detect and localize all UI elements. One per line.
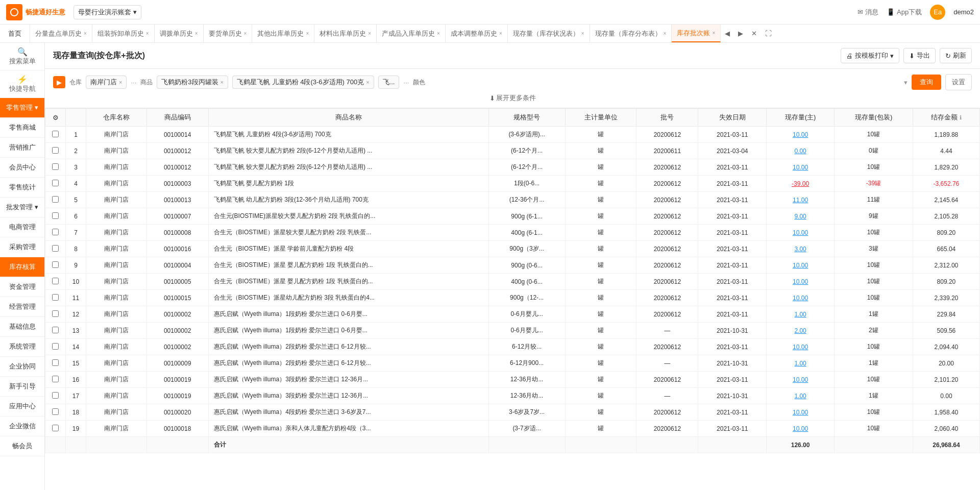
- app-download-btn[interactable]: 📱 App下载: [887, 8, 922, 17]
- product-tag-1-remove[interactable]: ×: [220, 79, 224, 85]
- cell-checkbox-11[interactable]: [45, 306, 66, 323]
- cell-checkbox-0[interactable]: [45, 127, 66, 143]
- row-checkbox-17[interactable]: [52, 408, 59, 415]
- row-checkbox-13[interactable]: [52, 343, 59, 350]
- row-checkbox-16[interactable]: [52, 392, 59, 399]
- tab-item-7[interactable]: 成本调整单历史 ×: [446, 24, 508, 42]
- sidebar-item-ecommerce[interactable]: 电商管理: [0, 217, 44, 237]
- cell-checkbox-6[interactable]: [45, 225, 66, 241]
- cell-qty-main-4[interactable]: 11.00: [767, 192, 835, 208]
- cell-qty-main-0[interactable]: 10.00: [767, 127, 835, 143]
- settings-icon[interactable]: ⚙: [53, 114, 59, 121]
- tab-next-btn[interactable]: ▶: [734, 24, 747, 42]
- warehouse-tag-remove[interactable]: ×: [119, 79, 122, 85]
- expand-btn[interactable]: ⬇ 展开更多条件: [489, 93, 536, 103]
- row-checkbox-15[interactable]: [52, 376, 59, 382]
- filter-toggle-btn[interactable]: ▶: [53, 76, 65, 88]
- row-checkbox-2[interactable]: [52, 163, 59, 170]
- cell-checkbox-13[interactable]: [45, 339, 66, 355]
- sidebar-item-inventory[interactable]: 库存核算: [0, 257, 44, 277]
- sidebar-item-retail-stats[interactable]: 零售统计: [0, 178, 44, 198]
- tab-close-9[interactable]: ×: [664, 31, 667, 36]
- row-checkbox-1[interactable]: [52, 147, 59, 154]
- cell-checkbox-15[interactable]: [45, 372, 66, 388]
- cell-qty-main-5[interactable]: 9.00: [767, 208, 835, 225]
- sidebar-search[interactable]: 🔍 搜索菜单: [0, 43, 44, 70]
- tab-item-4[interactable]: 其他出库单历史 ×: [252, 24, 314, 42]
- tab-close-0[interactable]: ×: [84, 31, 87, 36]
- cell-checkbox-7[interactable]: [45, 241, 66, 257]
- product-more-dots[interactable]: ···: [403, 79, 409, 86]
- query-btn[interactable]: 查询: [912, 75, 941, 90]
- tab-item-2[interactable]: 调拨单历史 ×: [155, 24, 204, 42]
- cell-checkbox-17[interactable]: [45, 404, 66, 421]
- tab-item-9[interactable]: 现存量（库存分布表） ×: [590, 24, 672, 42]
- tab-item-6[interactable]: 产成品入库单历史 ×: [377, 24, 446, 42]
- row-checkbox-18[interactable]: [52, 425, 59, 431]
- tab-item-3[interactable]: 要货单历史 ×: [204, 24, 253, 42]
- sidebar-nav[interactable]: ⚡ 快捷导航: [0, 70, 44, 98]
- cell-checkbox-16[interactable]: [45, 388, 66, 404]
- cell-qty-main-9[interactable]: 10.00: [767, 274, 835, 290]
- tab-maximize-btn[interactable]: ⛶: [761, 24, 776, 42]
- row-checkbox-7[interactable]: [52, 245, 59, 252]
- sidebar-item-operations[interactable]: 经营管理: [0, 297, 44, 317]
- warehouse-more-dots[interactable]: ···: [131, 79, 136, 86]
- tab-close-1[interactable]: ×: [146, 31, 149, 36]
- row-checkbox-6[interactable]: [52, 229, 59, 235]
- cell-qty-main-13[interactable]: 10.00: [767, 339, 835, 355]
- sidebar-item-system[interactable]: 系统管理: [0, 337, 44, 357]
- warehouse-filter-tag[interactable]: 南岸门店 ×: [86, 76, 127, 89]
- cell-qty-main-6[interactable]: 10.00: [767, 225, 835, 241]
- cell-qty-main-14[interactable]: 1.00: [767, 355, 835, 372]
- settings-btn[interactable]: 设置: [945, 74, 972, 90]
- sidebar-item-enterprise-wechat[interactable]: 企业微信: [0, 416, 44, 436]
- row-checkbox-3[interactable]: [52, 180, 59, 186]
- tab-prev-btn[interactable]: ◀: [721, 24, 734, 42]
- row-checkbox-4[interactable]: [52, 196, 59, 203]
- cell-qty-main-12[interactable]: 2.00: [767, 323, 835, 339]
- tab-close-all-btn[interactable]: ✕: [747, 24, 761, 42]
- row-checkbox-0[interactable]: [52, 131, 59, 137]
- sidebar-item-collab[interactable]: 企业协同: [0, 357, 44, 377]
- sidebar-item-guide[interactable]: 新手引导: [0, 377, 44, 397]
- cell-qty-main-17[interactable]: 10.00: [767, 404, 835, 421]
- tab-item-8[interactable]: 现存量（库存状况表） ×: [508, 24, 590, 42]
- cell-qty-main-1[interactable]: 0.00: [767, 143, 835, 159]
- tab-item-0[interactable]: 分量盘点单历史 ×: [30, 24, 92, 42]
- sidebar-item-basic-info[interactable]: 基础信息: [0, 317, 44, 337]
- message-btn[interactable]: ✉ 消息: [857, 8, 878, 17]
- sidebar-item-vip[interactable]: 畅会员: [0, 436, 44, 456]
- sidebar-item-wholesale[interactable]: 批发管理 ▾: [0, 198, 44, 217]
- sidebar-item-finance[interactable]: 资金管理: [0, 277, 44, 297]
- cell-checkbox-5[interactable]: [45, 208, 66, 225]
- cell-checkbox-14[interactable]: [45, 355, 66, 372]
- cell-checkbox-8[interactable]: [45, 257, 66, 274]
- info-icon[interactable]: ℹ: [960, 114, 962, 120]
- cell-qty-main-2[interactable]: 10.00: [767, 159, 835, 176]
- cell-checkbox-2[interactable]: [45, 159, 66, 176]
- export-btn[interactable]: ⬇ 导出: [903, 48, 936, 63]
- tab-home[interactable]: 首页: [0, 24, 30, 42]
- row-checkbox-5[interactable]: [52, 212, 59, 219]
- sidebar-item-purchase[interactable]: 采购管理: [0, 237, 44, 257]
- product-filter-tag-2[interactable]: 飞鹤星飞帆 儿童奶粉 4段(3-6岁适用) 700克 ×: [232, 76, 374, 89]
- sidebar-item-members[interactable]: 会员中心: [0, 158, 44, 178]
- cell-checkbox-10[interactable]: [45, 290, 66, 306]
- row-checkbox-12[interactable]: [52, 327, 59, 333]
- cell-checkbox-1[interactable]: [45, 143, 66, 159]
- row-checkbox-14[interactable]: [52, 359, 59, 366]
- tab-close-5[interactable]: ×: [368, 31, 371, 36]
- tab-close-4[interactable]: ×: [306, 31, 309, 36]
- tab-item-5[interactable]: 材料出库单历史 ×: [314, 24, 377, 42]
- sidebar-item-app-center[interactable]: 应用中心: [0, 397, 44, 416]
- tab-item-10[interactable]: 库存批次账 ×: [672, 24, 721, 42]
- product-tag-2-remove[interactable]: ×: [366, 79, 369, 85]
- sidebar-item-retail-mgmt[interactable]: 零售管理 ▾: [0, 98, 44, 118]
- tab-close-6[interactable]: ×: [437, 31, 440, 36]
- avatar[interactable]: Ea: [930, 5, 945, 20]
- tab-close-3[interactable]: ×: [244, 31, 247, 36]
- row-checkbox-10[interactable]: [52, 294, 59, 301]
- color-expand-icon[interactable]: ▾: [904, 79, 908, 86]
- cell-qty-main-3[interactable]: -39.00: [767, 176, 835, 192]
